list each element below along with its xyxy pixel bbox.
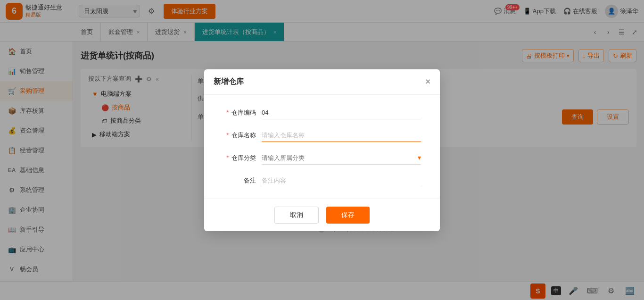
form-row-remark: 备注 xyxy=(223,174,421,187)
warehouse-category-select-wrap: ▾ xyxy=(262,151,421,165)
modal-title: 新增仓库 xyxy=(214,77,244,87)
modal-header: 新增仓库 × xyxy=(204,69,440,95)
modal-close-btn[interactable]: × xyxy=(425,77,430,86)
form-row-warehouse-name: * 仓库名称 xyxy=(223,129,421,142)
required-star-name: * xyxy=(226,132,229,139)
warehouse-name-input[interactable] xyxy=(262,129,421,142)
warehouse-name-label: * 仓库名称 xyxy=(223,131,256,140)
modal-overlay: 新增仓库 × * 仓库编码 * 仓库名称 xyxy=(0,0,644,300)
warehouse-category-input[interactable] xyxy=(262,151,418,164)
required-star-code: * xyxy=(226,109,229,116)
category-dropdown-icon[interactable]: ▾ xyxy=(418,154,421,161)
cancel-btn[interactable]: 取消 xyxy=(274,207,319,224)
warehouse-category-label: * 仓库分类 xyxy=(223,154,256,162)
save-btn[interactable]: 保存 xyxy=(326,207,370,224)
warehouse-code-input[interactable] xyxy=(262,106,421,119)
remark-input[interactable] xyxy=(262,174,421,187)
modal-warehouse: 新增仓库 × * 仓库编码 * 仓库名称 xyxy=(204,69,440,231)
modal-body: * 仓库编码 * 仓库名称 * 仓库分类 xyxy=(204,95,440,199)
form-row-warehouse-code: * 仓库编码 xyxy=(223,106,421,119)
warehouse-code-label: * 仓库编码 xyxy=(223,108,256,117)
modal-footer: 取消 保存 xyxy=(204,199,440,231)
required-star-cat: * xyxy=(226,154,229,161)
remark-label: 备注 xyxy=(223,176,256,185)
form-row-warehouse-category: * 仓库分类 ▾ xyxy=(223,151,421,165)
